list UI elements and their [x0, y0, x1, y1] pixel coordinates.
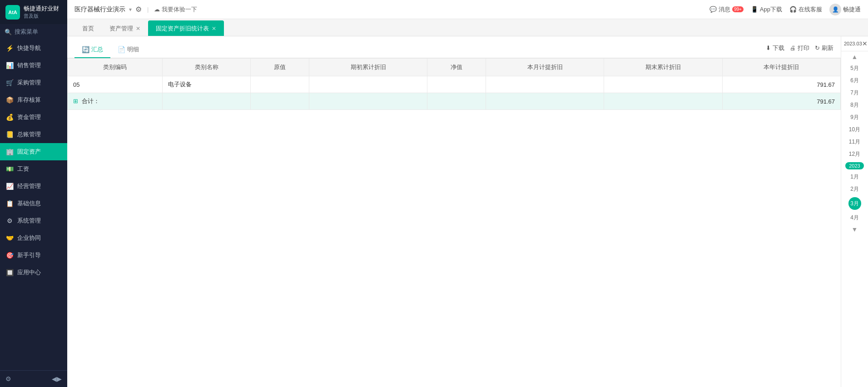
subtotal-net-value	[427, 93, 486, 110]
experience-icon: ☁	[154, 6, 160, 13]
month-3-current[interactable]: 3月	[848, 197, 861, 210]
settings-button[interactable]: ⚙	[5, 375, 11, 382]
app-download-button[interactable]: 📱 App下载	[751, 5, 782, 14]
messages-button[interactable]: 💬 消息 99+	[709, 5, 744, 14]
username-label: 畅捷通	[843, 5, 861, 14]
enterprise-icon: 🤝	[5, 234, 14, 242]
scroll-up-button[interactable]: ▲	[841, 51, 868, 62]
sidebar-item-finance[interactable]: 💰 资金管理	[0, 109, 67, 126]
basic-info-label: 基础信息	[17, 199, 41, 208]
month-9[interactable]: 9月	[841, 111, 868, 124]
sidebar-search[interactable]: 🔍 搜索菜单	[0, 24, 67, 40]
row-monthly-dep	[486, 76, 604, 93]
sidebar-item-guide[interactable]: 🎯 新手引导	[0, 247, 67, 264]
purchase-label: 采购管理	[17, 79, 41, 87]
download-button[interactable]: ⬇ 下载	[766, 44, 784, 52]
subtab-summary[interactable]: 🔄 汇总	[74, 42, 110, 58]
month-7[interactable]: 7月	[841, 87, 868, 99]
fixed-assets-label: 固定资产	[17, 148, 41, 156]
finance-label: 资金管理	[17, 113, 41, 121]
main-content: 医疗器械行业演示 ▾ ⚙ | ☁ 我要体验一下 💬 消息 99+ 📱 App下载…	[67, 0, 868, 387]
purchase-icon: 🛒	[5, 79, 14, 86]
subtab-detail[interactable]: 📄 明细	[110, 42, 146, 58]
sidebar-item-quick-nav[interactable]: ⚡ 快捷导航	[0, 40, 67, 57]
subtotal-name	[162, 93, 251, 110]
subtotal-ending-dep	[604, 93, 722, 110]
print-button[interactable]: 🖨 打印	[790, 44, 809, 52]
inventory-icon: 📦	[5, 96, 14, 104]
finance-icon: 💰	[5, 114, 14, 121]
month-1[interactable]: 1月	[841, 171, 868, 183]
user-menu[interactable]: 👤 畅捷通	[829, 4, 861, 15]
asset-mgmt-close-icon[interactable]: ✕	[136, 25, 140, 32]
apps-label: 应用中心	[17, 268, 41, 277]
company-name[interactable]: 医疗器械行业演示	[74, 5, 125, 14]
scroll-down-button[interactable]: ▼	[841, 224, 868, 235]
online-service-button[interactable]: 🎧 在线客服	[789, 5, 822, 14]
panel-close-button[interactable]: ✕	[862, 40, 868, 47]
col-annual-dep: 本年计提折旧	[722, 59, 840, 76]
col-code: 类别编码	[68, 59, 163, 76]
col-name: 类别名称	[162, 59, 251, 76]
month-4[interactable]: 4月	[841, 212, 868, 224]
download-icon: ⬇	[766, 45, 771, 51]
month-8[interactable]: 8月	[841, 99, 868, 111]
month-5[interactable]: 5月	[841, 62, 868, 74]
month-11[interactable]: 11月	[841, 136, 868, 148]
row-original	[251, 76, 309, 93]
sidebar-logo: AtA 畅捷通好业财 普及版	[0, 0, 67, 24]
guide-icon: 🎯	[5, 252, 14, 259]
app-version: 普及版	[24, 13, 59, 20]
sidebar-item-basic-info[interactable]: 📋 基础信息	[0, 195, 67, 212]
tab-home[interactable]: 首页	[74, 20, 102, 36]
search-label: 搜索菜单	[15, 28, 38, 36]
sidebar-item-system[interactable]: ⚙ 系统管理	[0, 212, 67, 229]
month-10[interactable]: 10月	[841, 124, 868, 136]
right-date-panel: 2023.03 ✕ ⤢ ▲ 5月 6月 7月 8月 9月 10月 11月 12月…	[841, 36, 868, 387]
basic-info-icon: 📋	[5, 200, 14, 207]
print-icon: 🖨	[790, 45, 796, 51]
tab-asset-mgmt[interactable]: 资产管理 ✕	[102, 20, 148, 36]
year-tag-2023[interactable]: 2023	[845, 162, 863, 169]
ledger-label: 总账管理	[17, 130, 41, 139]
collapse-button[interactable]: ◀▶	[52, 375, 62, 382]
experience-button[interactable]: ☁ 我要体验一下	[154, 5, 197, 14]
tabbar: 首页 资产管理 ✕ 固定资产折旧统计表 ✕	[67, 19, 868, 36]
sidebar-item-enterprise[interactable]: 🤝 企业协同	[0, 229, 67, 247]
depreciation-table: 类别编码 类别名称 原值 期初累计折旧 净值 本月计提折旧 期末累计折旧 本年计…	[67, 58, 841, 110]
sidebar-item-purchase[interactable]: 🛒 采购管理	[0, 74, 67, 91]
sidebar-item-payroll[interactable]: 💵 工资	[0, 160, 67, 178]
sidebar-item-sales[interactable]: 📊 销售管理	[0, 57, 67, 74]
depreciation-label: 固定资产折旧统计表	[156, 25, 209, 33]
user-avatar: 👤	[829, 4, 841, 15]
apps-icon: 🔲	[5, 269, 14, 276]
subtabs: 🔄 汇总 📄 明细 ⬇ 下载 🖨 打印 ↻	[67, 36, 841, 58]
tab-depreciation[interactable]: 固定资产折旧统计表 ✕	[148, 20, 224, 36]
refresh-label: 刷新	[822, 44, 833, 52]
refresh-button[interactable]: ↻ 刷新	[815, 44, 833, 52]
app-logo-icon: AtA	[5, 5, 20, 20]
row-annual-dep: 791.67	[722, 76, 840, 93]
content-area: 🔄 汇总 📄 明细 ⬇ 下载 🖨 打印 ↻	[67, 36, 868, 387]
sidebar-item-fixed-assets[interactable]: 🏢 固定资产	[0, 143, 67, 160]
sidebar-item-ledger[interactable]: 📒 总账管理	[0, 126, 67, 143]
quick-nav-label: 快捷导航	[17, 44, 41, 52]
month-12[interactable]: 12月	[841, 148, 868, 160]
app-name: 畅捷通好业财	[24, 5, 59, 13]
search-icon: 🔍	[5, 29, 12, 35]
sidebar-item-apps[interactable]: 🔲 应用中心	[0, 264, 67, 281]
company-dropdown-icon[interactable]: ▾	[129, 6, 132, 13]
sales-icon: 📊	[5, 62, 14, 69]
messages-badge: 99+	[732, 6, 744, 12]
download-label: 下载	[773, 44, 784, 52]
depreciation-close-icon[interactable]: ✕	[212, 25, 216, 32]
sidebar-item-inventory[interactable]: 📦 库存核算	[0, 91, 67, 109]
subtotal-text: 合计：	[82, 98, 99, 104]
sidebar-item-operations[interactable]: 📈 经营管理	[0, 178, 67, 195]
topbar-settings-icon[interactable]: ⚙	[135, 5, 142, 14]
service-label: 在线客服	[799, 5, 822, 14]
col-original: 原值	[251, 59, 309, 76]
month-6[interactable]: 6月	[841, 74, 868, 87]
month-2[interactable]: 2月	[841, 183, 868, 195]
summary-icon: 🔄	[82, 46, 89, 53]
